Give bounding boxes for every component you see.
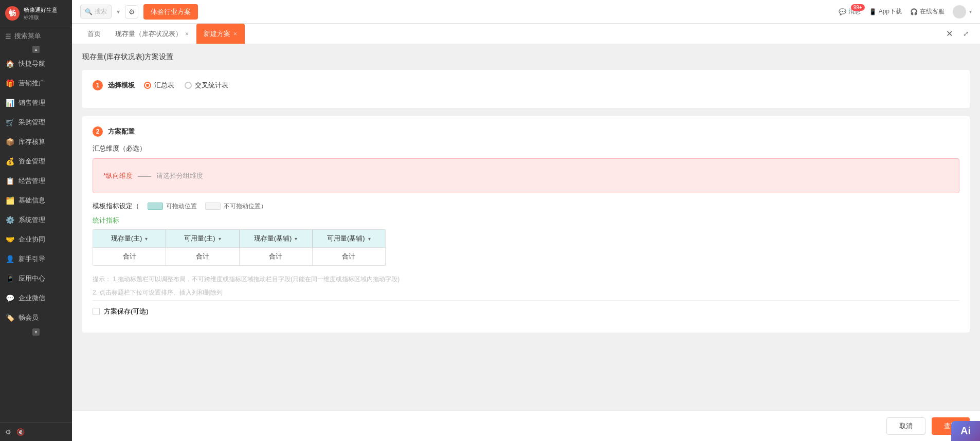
save-checkbox[interactable] bbox=[93, 308, 100, 315]
gift-icon: 🎁 bbox=[5, 79, 14, 88]
dash-separator: —— bbox=[138, 172, 151, 180]
sidebar-item-purchase[interactable]: 🛒 采购管理 bbox=[0, 113, 72, 132]
logo-text: 畅康通好生意 标准版 bbox=[24, 6, 58, 20]
sidebar-item-basic-info[interactable]: 🗂️ 基础信息 bbox=[0, 191, 72, 210]
handshake-icon: 🤝 bbox=[5, 235, 14, 244]
col-available-aux[interactable]: 可用量(基辅) ▾ bbox=[313, 230, 385, 247]
headset-icon: 🎧 bbox=[910, 8, 918, 15]
col-current-aux[interactable]: 现存量(基辅) ▾ bbox=[240, 230, 313, 247]
avatar bbox=[953, 5, 966, 19]
sidebar-item-finance[interactable]: 💰 资金管理 bbox=[0, 152, 72, 171]
ai-badge[interactable]: Ai bbox=[951, 421, 980, 441]
vertical-label: *纵向维度 bbox=[103, 171, 133, 180]
expand-icon[interactable]: ⤢ bbox=[959, 28, 972, 40]
topbar-dropdown[interactable]: ▾ bbox=[117, 8, 120, 15]
chevron-down-icon-2: ▾ bbox=[295, 236, 297, 242]
user-icon: 👤 bbox=[5, 254, 14, 264]
non-draggable-legend-box bbox=[205, 203, 221, 210]
online-service-button[interactable]: 🎧 在线客服 bbox=[910, 7, 945, 16]
save-checkbox-area: 方案保存(可选) bbox=[93, 300, 959, 322]
chart-icon: 📊 bbox=[5, 98, 14, 107]
template-radio-group: 汇总表 交叉统计表 bbox=[144, 81, 228, 90]
step2-title: 方案配置 bbox=[108, 127, 135, 136]
draggable-legend-box bbox=[148, 203, 163, 210]
search-menu[interactable]: ☰ 搜索菜单 bbox=[0, 27, 72, 45]
radio-summary[interactable]: 汇总表 bbox=[144, 81, 174, 90]
step2-num: 2 bbox=[93, 126, 103, 137]
chevron-down-icon-1: ▾ bbox=[219, 236, 221, 242]
folder-icon: 🗂️ bbox=[5, 196, 14, 205]
audio-icon[interactable]: 🔇 bbox=[16, 428, 25, 436]
close-panel-icon[interactable]: ✕ bbox=[943, 28, 955, 40]
radio-cross[interactable]: 交叉统计表 bbox=[185, 81, 228, 90]
cell-1: 合计 bbox=[166, 248, 239, 265]
sidebar-item-sales[interactable]: 📊 销售管理 bbox=[0, 93, 72, 113]
download-icon: 📱 bbox=[869, 8, 877, 15]
logo-icon: 畅 bbox=[5, 6, 20, 21]
sidebar-items: 🏠 快捷导航 🎁 营销推广 📊 销售管理 🛒 采购管理 📦 库存核算 💰 资金管… bbox=[0, 54, 72, 327]
gear-icon: ⚙️ bbox=[5, 215, 14, 225]
sidebar-item-app-center[interactable]: 📱 应用中心 bbox=[0, 269, 72, 288]
main-area: 🔍 搜索 ▾ ⚙ 体验行业方案 💬 消息 99+ 📱 App下载 🎧 在线客服 bbox=[72, 0, 980, 441]
sidebar-bottom: ⚙ 🔇 bbox=[0, 422, 72, 441]
settings-icon[interactable]: ⚙ bbox=[5, 428, 11, 436]
cell-0: 合计 bbox=[93, 248, 166, 265]
stats-header: 现存量(主) ▾ 可用量(主) ▾ 现存量(基辅) ▾ 可用量(基辅) ▾ bbox=[93, 230, 385, 247]
step1-num: 1 bbox=[93, 80, 103, 90]
box-icon: 📦 bbox=[5, 137, 14, 146]
sidebar-item-wechat[interactable]: 💬 企业微信 bbox=[0, 288, 72, 308]
sidebar-item-marketing[interactable]: 🎁 营销推广 bbox=[0, 74, 72, 93]
dimension-placeholder: 请选择分组维度 bbox=[156, 171, 203, 180]
col-current-main[interactable]: 现存量(主) ▾ bbox=[93, 230, 166, 247]
tab-new-plan[interactable]: 新建方案 × bbox=[196, 24, 245, 44]
page-title: 现存量(库存状况表)方案设置 bbox=[82, 52, 970, 62]
tabs-bar: 首页 现存量（库存状况表） × 新建方案 × ✕ ⤢ bbox=[72, 24, 980, 44]
radio-dot-cross bbox=[185, 82, 192, 89]
content-area: 现存量(库存状况表)方案设置 1 选择模板 汇总表 交叉统计表 bbox=[72, 44, 980, 411]
sidebar-scroll-down[interactable]: ▼ bbox=[32, 328, 40, 336]
tab-home[interactable]: 首页 bbox=[80, 24, 108, 44]
stats-title: 统计指标 bbox=[93, 216, 959, 225]
sidebar-scroll-up[interactable]: ▲ bbox=[32, 46, 40, 53]
tabs-right-controls: ✕ ⤢ bbox=[943, 28, 972, 40]
col-available-main[interactable]: 可用量(主) ▾ bbox=[166, 230, 239, 247]
home-icon: 🏠 bbox=[5, 59, 14, 68]
step2-header: 2 方案配置 bbox=[93, 126, 959, 137]
stats-body: 合计 合计 合计 合计 bbox=[93, 247, 385, 265]
tab-inventory-status[interactable]: 现存量（库存状况表） × bbox=[108, 24, 196, 44]
tag-icon: 🏷️ bbox=[5, 313, 14, 322]
sidebar: 畅 畅康通好生意 标准版 ☰ 搜索菜单 ▲ 🏠 快捷导航 🎁 营销推广 📊 销售… bbox=[0, 0, 72, 441]
cancel-button[interactable]: 取消 bbox=[886, 417, 925, 435]
sidebar-item-newbie[interactable]: 👤 新手引导 bbox=[0, 249, 72, 269]
chevron-down-icon-0: ▾ bbox=[145, 236, 148, 242]
topbar: 🔍 搜索 ▾ ⚙ 体验行业方案 💬 消息 99+ 📱 App下载 🎧 在线客服 bbox=[72, 0, 980, 24]
dimension-selector-area[interactable]: *纵向维度 —— 请选择分组维度 bbox=[93, 158, 959, 193]
industry-plan-button[interactable]: 体验行业方案 bbox=[143, 4, 198, 20]
chevron-down-icon-3: ▾ bbox=[368, 236, 371, 242]
sidebar-item-quick-nav[interactable]: 🏠 快捷导航 bbox=[0, 54, 72, 74]
sidebar-item-enterprise[interactable]: 🤝 企业协同 bbox=[0, 230, 72, 249]
legend-non-draggable: 不可拖动位置） bbox=[205, 202, 267, 211]
logo-area: 畅 畅康通好生意 标准版 bbox=[0, 0, 72, 27]
footer: 取消 查询 bbox=[72, 411, 980, 441]
summary-dimension-label: 汇总维度（必选） bbox=[93, 144, 959, 153]
clipboard-icon: 📋 bbox=[5, 176, 14, 186]
sidebar-item-member[interactable]: 🏷️ 畅会员 bbox=[0, 308, 72, 327]
sidebar-item-operations[interactable]: 📋 经营管理 bbox=[0, 171, 72, 191]
sidebar-item-inventory[interactable]: 📦 库存核算 bbox=[0, 132, 72, 152]
message-button[interactable]: 💬 消息 99+ bbox=[839, 7, 861, 16]
tab2-close-icon[interactable]: × bbox=[233, 30, 237, 38]
user-menu[interactable]: ▾ bbox=[953, 5, 972, 19]
search-icon: 🔍 bbox=[85, 8, 93, 15]
topbar-search[interactable]: 🔍 搜索 bbox=[80, 5, 112, 19]
save-checkbox-label: 方案保存(可选) bbox=[104, 307, 149, 316]
app-download-button[interactable]: 📱 App下载 bbox=[869, 7, 902, 16]
topbar-settings-btn[interactable]: ⚙ bbox=[125, 5, 138, 19]
step2-card: 2 方案配置 汇总维度（必选） *纵向维度 —— 请选择分组维度 模板指标设定（… bbox=[82, 116, 970, 333]
tab1-close-icon[interactable]: × bbox=[185, 30, 189, 38]
search-text: 搜索 bbox=[95, 7, 107, 16]
sidebar-item-system[interactable]: ⚙️ 系统管理 bbox=[0, 210, 72, 230]
legend-draggable: 可拖动位置 bbox=[148, 202, 197, 211]
step1-card: 1 选择模板 汇总表 交叉统计表 bbox=[82, 70, 970, 108]
stats-table: 现存量(主) ▾ 可用量(主) ▾ 现存量(基辅) ▾ 可用量(基辅) ▾ bbox=[93, 229, 386, 266]
